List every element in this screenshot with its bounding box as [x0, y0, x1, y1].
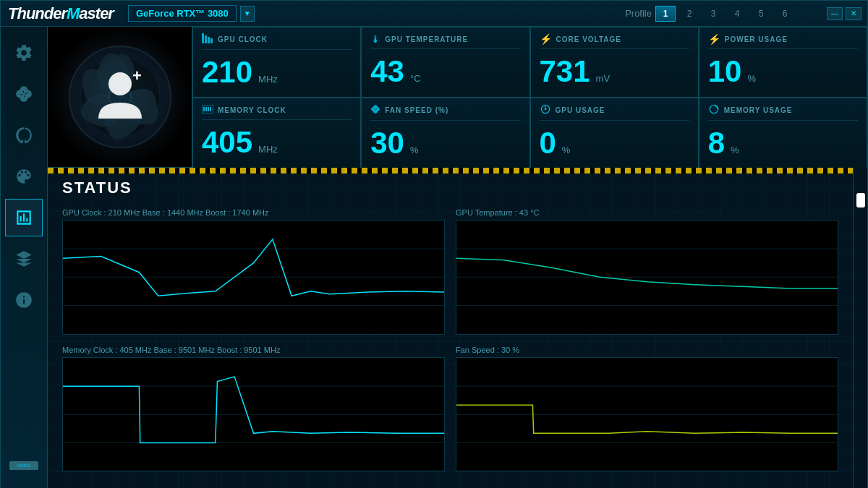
- main-content: NVIDIA: [1, 27, 867, 488]
- power-usage-header: ⚡ POWER USAGE: [708, 33, 858, 49]
- memory-usage-unit: %: [731, 145, 739, 155]
- core-voltage-header: ⚡ CORE VOLTAGE: [540, 33, 689, 49]
- gpu-temp-value-row: 43 °C: [370, 53, 520, 90]
- gpu-usage-value: 0: [540, 128, 556, 158]
- gpu-clock-unit: MHz: [258, 74, 278, 85]
- status-title: STATUS: [62, 179, 838, 197]
- sidebar-item-settings[interactable]: [5, 34, 43, 72]
- chart-memory-clock-box: [62, 357, 445, 472]
- memory-clock-icon: [202, 104, 213, 116]
- scrollbar-thumb[interactable]: [856, 193, 865, 207]
- profile-btn-2[interactable]: 2: [679, 6, 699, 22]
- app-logo: ThunderMaster: [8, 4, 114, 23]
- gpu-usage-value-row: 0 %: [540, 124, 689, 162]
- core-voltage-label: CORE VOLTAGE: [556, 35, 622, 43]
- core-voltage-value-row: 731 mV: [540, 53, 689, 90]
- app-window: ThunderMaster GeForce RTX™ 3080 ▼ Profil…: [0, 0, 868, 488]
- sidebar-item-color[interactable]: [5, 158, 43, 195]
- stat-card-core-voltage: ⚡ CORE VOLTAGE 731 mV: [530, 27, 699, 98]
- chart-fan-speed-box: [456, 357, 838, 472]
- stat-card-fan-speed: FAN SPEED (%) 30 %: [361, 98, 529, 168]
- gpu-temp-value: 43: [370, 56, 404, 87]
- sidebar: NVIDIA: [1, 27, 48, 488]
- sidebar-item-3d[interactable]: [5, 240, 43, 278]
- svg-text:NVIDIA: NVIDIA: [17, 463, 31, 468]
- gpu-usage-unit: %: [562, 145, 571, 155]
- close-button[interactable]: ✕: [846, 7, 861, 20]
- gpu-usage-header: GPU USAGE: [540, 104, 689, 121]
- gpu-clock-value: 210: [202, 57, 252, 87]
- chart-gpu-temp-box: [456, 220, 838, 335]
- window-controls: — ✕: [827, 7, 861, 20]
- right-scrollbar: [853, 168, 867, 488]
- memory-clock-header: MEMORY CLOCK: [202, 104, 352, 120]
- sidebar-item-status[interactable]: [5, 199, 43, 236]
- chart-memory-clock-label: Memory Clock : 405 MHz Base : 9501 MHz B…: [62, 346, 445, 354]
- stat-cards: GPU CLOCK 210 MHz 🌡 GPU TEMPERATURE: [192, 27, 867, 167]
- gpu-temp-label: GPU TEMPERATURE: [385, 35, 468, 43]
- gpu-selector: GeForce RTX™ 3080 ▼: [128, 5, 255, 22]
- power-usage-value: 10: [708, 56, 742, 87]
- gpu-dropdown-button[interactable]: ▼: [240, 6, 255, 22]
- nvidia-logo: NVIDIA: [9, 458, 38, 474]
- chart-gpu-clock-label: GPU Clock : 210 MHz Base : 1440 MHz Boos…: [62, 208, 445, 217]
- minimize-button[interactable]: —: [827, 7, 843, 20]
- svg-rect-7: [202, 33, 204, 43]
- svg-point-17: [544, 108, 546, 111]
- charts-grid: GPU Clock : 210 MHz Base : 1440 MHz Boos…: [62, 208, 838, 471]
- sidebar-item-overclock[interactable]: [5, 116, 43, 154]
- chart-gpu-temp-label: GPU Tempature : 43 °C: [456, 208, 838, 217]
- power-usage-label: POWER USAGE: [725, 35, 788, 43]
- memory-usage-icon: [708, 104, 720, 116]
- gpu-usage-label: GPU USAGE: [556, 106, 605, 114]
- profile-btn-3[interactable]: 3: [703, 6, 723, 22]
- profile-btn-5[interactable]: 5: [751, 6, 771, 22]
- profile-btn-6[interactable]: 6: [775, 6, 795, 22]
- chart-memory-clock: Memory Clock : 405 MHz Base : 9501 MHz B…: [62, 346, 445, 472]
- memory-usage-label: MEMORY USAGE: [724, 106, 793, 114]
- fan-speed-value-row: 30 %: [370, 124, 520, 162]
- chart-gpu-clock: GPU Clock : 210 MHz Base : 1440 MHz Boos…: [62, 208, 445, 335]
- power-usage-value-row: 10 %: [708, 53, 858, 90]
- power-icon: ⚡: [708, 33, 720, 45]
- sidebar-item-fan[interactable]: [5, 75, 43, 113]
- status-area: STATUS GPU Clock : 210 MHz Base : 1440 M…: [48, 168, 853, 488]
- memory-clock-value-row: 405 MHz: [202, 124, 352, 161]
- sidebar-item-info[interactable]: [5, 281, 43, 319]
- svg-rect-13: [205, 107, 207, 111]
- profile-section: Profile 1 2 3 4 5 6: [625, 6, 795, 22]
- thermometer-icon: 🌡: [370, 33, 380, 45]
- profile-label: Profile: [625, 8, 652, 19]
- stat-card-gpu-clock: GPU CLOCK 210 MHz: [192, 27, 361, 98]
- fan-speed-unit: %: [410, 145, 419, 155]
- core-voltage-value: 731: [540, 56, 590, 87]
- chart-gpu-temp: GPU Tempature : 43 °C: [456, 208, 838, 335]
- memory-clock-unit: MHz: [258, 144, 278, 155]
- chart-fan-speed: Fan Speed : 30 %: [456, 346, 838, 472]
- stats-panel: + GPU CLOCK: [48, 27, 867, 168]
- memory-usage-value-row: 8 %: [708, 124, 858, 162]
- gpu-clock-header: GPU CLOCK: [202, 33, 352, 50]
- gpu-usage-icon: [540, 104, 551, 116]
- profile-btn-1[interactable]: 1: [655, 6, 676, 22]
- memory-clock-value: 405: [202, 127, 252, 158]
- profile-btn-4[interactable]: 4: [727, 6, 747, 22]
- memory-clock-label: MEMORY CLOCK: [218, 106, 286, 114]
- svg-rect-15: [210, 107, 211, 111]
- gpu-profile-icon[interactable]: +: [95, 68, 145, 126]
- voltage-icon: ⚡: [540, 33, 552, 45]
- gpu-image: +: [48, 27, 192, 167]
- gpu-temp-header: 🌡 GPU TEMPERATURE: [370, 33, 520, 49]
- svg-rect-14: [208, 107, 209, 111]
- gpu-clock-value-row: 210 MHz: [202, 53, 352, 91]
- gpu-temp-unit: °C: [410, 73, 421, 84]
- gpu-name-label: GeForce RTX™ 3080: [128, 5, 237, 22]
- fan-speed-value: 30: [370, 128, 404, 158]
- scrollbar-track[interactable]: [859, 171, 863, 485]
- svg-rect-9: [208, 37, 210, 43]
- stat-card-memory-clock: MEMORY CLOCK 405 MHz: [192, 98, 361, 168]
- fan-speed-header: FAN SPEED (%): [370, 104, 520, 121]
- striped-bar: [48, 168, 853, 174]
- gpu-clock-label: GPU CLOCK: [218, 35, 268, 43]
- power-usage-unit: %: [747, 73, 756, 84]
